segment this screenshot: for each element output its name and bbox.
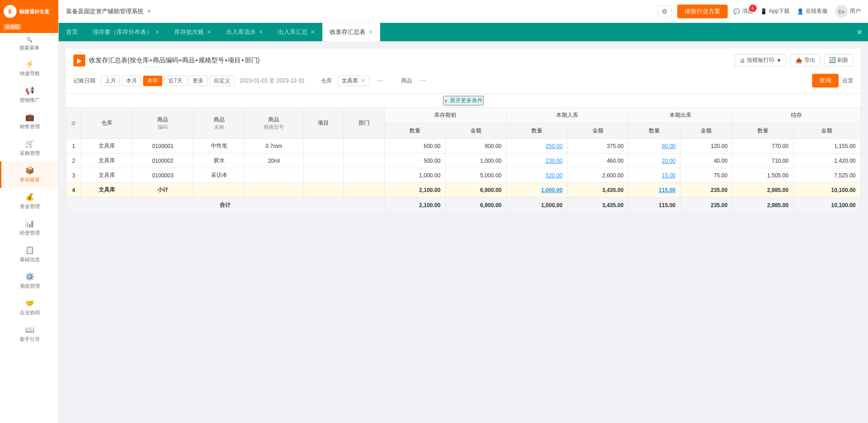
settings-col-header[interactable]: ⚙	[66, 108, 81, 139]
refresh-button[interactable]: 🔄 刷新	[824, 54, 853, 66]
row2-no: 2	[66, 154, 81, 168]
tab-close-batch[interactable]: ✕	[207, 29, 211, 35]
row2-warehouse: 文具库	[81, 154, 133, 168]
row2-closing-qty: 710.00	[732, 154, 793, 168]
tab-close-summary[interactable]: ✕	[310, 29, 315, 35]
settings-link[interactable]: 设置	[842, 77, 853, 85]
app-download-action[interactable]: 📱 App下载	[760, 7, 790, 15]
row1-goods-name: 中性笔	[194, 139, 245, 154]
row1-closing-qty: 770.00	[732, 139, 793, 154]
subtotal-row: 4 文具库 小计 2,100.00 6,900.00 1,000.00 3,43…	[66, 183, 861, 198]
tab-close-stock-dist[interactable]: ✕	[155, 29, 160, 35]
opening-group-header: 库存期初	[384, 108, 506, 123]
sidebar-item-base-info[interactable]: 📋 基础信息	[0, 241, 58, 268]
filter-prev-month[interactable]: 上月	[101, 76, 120, 86]
row3-out-qty[interactable]: 15.00	[628, 168, 680, 183]
online-service-action[interactable]: 👤 在线客服	[797, 7, 828, 15]
print-button[interactable]: 🖨 按模板打印 ▼	[735, 54, 787, 66]
sidebar-item-sales[interactable]: 💼 销售管理	[0, 108, 58, 135]
expand-button[interactable]: ∨ 展开更多条件	[443, 96, 484, 105]
total-out-qty: 115.00	[628, 198, 680, 213]
row1-closing-amt: 1,155.00	[793, 139, 860, 154]
sidebar-item-system[interactable]: ⚙️ 系统管理	[0, 268, 58, 294]
topbar-settings-button[interactable]: ⚙	[658, 5, 672, 17]
sidebar: 6 畅捷通好生意 标准版 🔍 搜索菜单 ⚡ 快捷导航 📢 营销推广 💼 销售管理…	[0, 0, 59, 423]
row1-project	[303, 139, 343, 154]
filter-toggle-button[interactable]: ▶	[73, 55, 85, 66]
sidebar-item-quick-nav[interactable]: ⚡ 快捷导航	[0, 55, 58, 82]
sidebar-item-finance[interactable]: 💰 资金管理	[0, 188, 58, 214]
topbar: 装备及固定资产辅助管理系统 ▼ ⚙ 体验行业方案 💬 消息 6 📱 App下载 …	[59, 0, 868, 23]
row3-closing-qty: 1,505.00	[732, 168, 793, 183]
tab-summary[interactable]: 出入库汇总 ✕	[271, 23, 322, 41]
sidebar-item-inventory[interactable]: 📦 库存核算	[0, 161, 58, 188]
system-icon: ⚙️	[25, 272, 34, 281]
closing-qty-header: 数量	[732, 123, 793, 139]
row3-in-qty[interactable]: 520.00	[506, 168, 567, 183]
warehouse-filter-label: 仓库	[321, 77, 332, 85]
chevron-down-icon: ▼	[776, 57, 782, 64]
page-title-area: ▶ 收发存汇总表(按仓库+商品编码+商品+规格型号+项目+部门)	[73, 55, 260, 66]
chevron-down-icon: ∨	[444, 98, 448, 104]
row2-closing-amt: 1,420.00	[793, 154, 860, 168]
tab-stock-dist[interactable]: 现存量（库存分布表） ✕	[85, 23, 167, 41]
filter-more[interactable]: 更多	[188, 76, 208, 86]
sidebar-item-purchase[interactable]: 🛒 采购管理	[0, 135, 58, 161]
opening-amt-header: 金额	[445, 123, 506, 139]
guide-icon: 📖	[25, 325, 34, 334]
subtotal-out-qty[interactable]: 115.00	[628, 183, 680, 198]
row1-dept	[344, 139, 384, 154]
sidebar-item-collab[interactable]: 🤝 企业协同	[0, 294, 58, 321]
table-row: 1 文具库 0100001 中性笔 0.7mm 600.00 900.00 25…	[66, 139, 861, 154]
sidebar-item-operations[interactable]: 📊 经营管理	[0, 214, 58, 241]
tab-close-recv-send[interactable]: ✕	[368, 29, 373, 35]
row1-no: 1	[66, 139, 81, 154]
total-in-amt: 3,435.00	[567, 198, 628, 213]
row2-in-qty[interactable]: 230.00	[506, 154, 567, 168]
row1-opening-qty: 600.00	[384, 139, 445, 154]
system-name: 装备及固定资产辅助管理系统	[66, 7, 144, 16]
tab-flow[interactable]: 出入库流水 ✕	[219, 23, 271, 41]
phone-icon: 📱	[760, 8, 767, 15]
tab-batch[interactable]: 库存批次账 ✕	[167, 23, 219, 41]
close-main-button[interactable]: ✕	[851, 28, 868, 37]
date-filter-buttons: 上月 本月 本年 近7天 更多 自定义	[101, 76, 234, 86]
row1-out-qty[interactable]: 80.00	[628, 139, 680, 154]
closing-group-header: 结存	[732, 108, 860, 123]
export-icon: 📤	[796, 57, 802, 64]
total-closing-amt: 10,100.00	[793, 198, 860, 213]
sidebar-item-search[interactable]: 🔍 搜索菜单	[0, 33, 58, 55]
opening-qty-header: 数量	[384, 123, 445, 139]
marketing-icon: 📢	[25, 86, 34, 95]
query-button[interactable]: 查询	[812, 74, 839, 88]
filter-7days[interactable]: 近7天	[164, 76, 187, 86]
goods-more-button[interactable]: ···	[418, 77, 427, 85]
row2-project	[303, 154, 343, 168]
trial-button[interactable]: 体验行业方案	[677, 5, 728, 18]
filter-curr-month[interactable]: 本月	[122, 76, 141, 86]
sidebar-item-marketing[interactable]: 📢 营销推广	[0, 82, 58, 108]
row2-out-qty[interactable]: 20.00	[628, 154, 680, 168]
tab-home[interactable]: 首页	[59, 23, 85, 41]
tab-close-flow[interactable]: ✕	[259, 29, 263, 35]
tab-recv-send[interactable]: 收发存汇总表 ✕	[322, 23, 380, 41]
goods-code-col-header: 商品编码	[133, 108, 194, 139]
warehouse-more-button[interactable]: ···	[375, 77, 385, 85]
warehouse-tag-close[interactable]: ✕	[361, 77, 365, 84]
dept-col-header: 部门	[344, 108, 384, 139]
user-action[interactable]: Ea 用户	[835, 5, 861, 18]
table-header-group-row: ⚙ 仓库 商品编码 商品名称 商品规格型号 项目 部门 库存期初 本期入库 本期…	[66, 108, 861, 123]
expand-row: ∨ 展开更多条件	[66, 93, 861, 107]
filter-custom[interactable]: 自定义	[210, 76, 234, 86]
subtotal-in-qty[interactable]: 1,000.00	[506, 183, 567, 198]
message-action[interactable]: 💬 消息 6	[733, 7, 753, 15]
row3-goods-name: 采访本	[194, 168, 245, 183]
out-qty-header: 数量	[628, 123, 680, 139]
filter-curr-year[interactable]: 本年	[143, 76, 162, 86]
sidebar-item-guide[interactable]: 📖 新手引导	[0, 321, 58, 347]
page-right-actions: 🖨 按模板打印 ▼ 📤 导出 🔄 刷新	[735, 54, 853, 66]
row1-in-qty[interactable]: 250.00	[506, 139, 567, 154]
export-button[interactable]: 📤 导出	[791, 54, 820, 66]
tab-bar: 首页 现存量（库存分布表） ✕ 库存批次账 ✕ 出入库流水 ✕ 出入库汇总 ✕ …	[59, 23, 868, 41]
inventory-icon: 📦	[25, 166, 34, 175]
